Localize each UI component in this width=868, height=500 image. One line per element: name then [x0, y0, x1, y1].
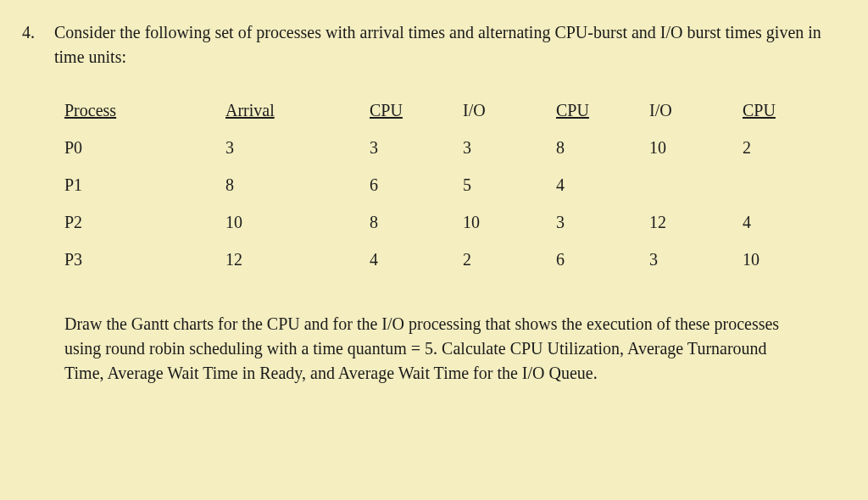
cell-process: P3	[64, 241, 225, 278]
question-number: 4.	[17, 20, 54, 45]
page: 4. Consider the following set of process…	[0, 0, 868, 406]
table-header-row: Process Arrival CPU I/O CPU I/O CPU	[64, 92, 827, 129]
cell-cpu1: 6	[370, 166, 463, 203]
process-table-wrap: Process Arrival CPU I/O CPU I/O CPU P0 3…	[64, 92, 824, 278]
cell-io1: 3	[463, 129, 556, 166]
cell-process: P2	[64, 203, 225, 241]
cell-io2	[649, 166, 743, 203]
cell-io2: 10	[649, 129, 743, 166]
cell-cpu3: 4	[743, 203, 827, 241]
cell-io1: 5	[463, 166, 556, 203]
cell-process: P0	[64, 129, 225, 166]
cell-arrival: 8	[225, 166, 370, 203]
col-header-cpu2: CPU	[556, 92, 649, 129]
cell-cpu1: 3	[370, 129, 463, 166]
cell-cpu1: 4	[370, 241, 463, 278]
cell-io1: 10	[463, 203, 556, 241]
cell-arrival: 3	[225, 129, 370, 166]
cell-cpu3: 2	[743, 129, 827, 166]
table-row: P0 3 3 3 8 10 2	[64, 129, 827, 166]
col-header-cpu3: CPU	[743, 92, 827, 129]
cell-arrival: 12	[225, 241, 370, 278]
cell-io2: 3	[649, 241, 743, 278]
col-header-io1: I/O	[463, 92, 556, 129]
cell-cpu2: 6	[556, 241, 649, 278]
cell-io2: 12	[649, 203, 743, 241]
cell-io1: 2	[463, 241, 556, 278]
cell-cpu2: 4	[556, 166, 649, 203]
cell-cpu3	[743, 166, 827, 203]
table-row: P2 10 8 10 3 12 4	[64, 203, 827, 241]
question-block: 4. Consider the following set of process…	[17, 20, 824, 69]
instructions-text: Draw the Gantt charts for the CPU and fo…	[64, 312, 807, 386]
col-header-io2: I/O	[649, 92, 743, 129]
cell-cpu1: 8	[370, 203, 463, 241]
process-table: Process Arrival CPU I/O CPU I/O CPU P0 3…	[64, 92, 827, 278]
table-row: P3 12 4 2 6 3 10	[64, 241, 827, 278]
col-header-process: Process	[64, 92, 225, 129]
cell-cpu2: 8	[556, 129, 649, 166]
cell-process: P1	[64, 166, 225, 203]
col-header-arrival: Arrival	[225, 92, 370, 129]
table-row: P1 8 6 5 4	[64, 166, 827, 203]
cell-cpu2: 3	[556, 203, 649, 241]
cell-arrival: 10	[225, 203, 370, 241]
cell-cpu3: 10	[743, 241, 827, 278]
col-header-cpu1: CPU	[370, 92, 463, 129]
question-prompt: Consider the following set of processes …	[54, 20, 824, 69]
